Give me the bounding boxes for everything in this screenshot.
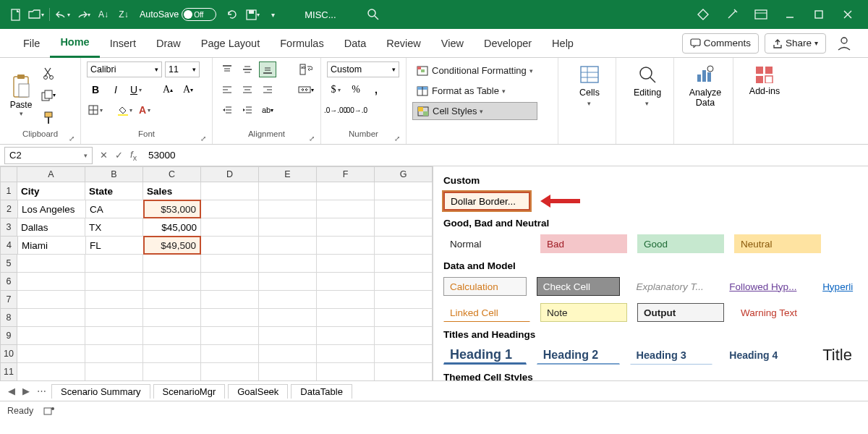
tab-home[interactable]: Home (50, 29, 99, 58)
cell[interactable] (17, 255, 85, 273)
tab-formulas[interactable]: Formulas (270, 29, 333, 58)
style-calculation[interactable]: Calculation (443, 277, 527, 296)
row-header[interactable]: 2 (0, 200, 18, 218)
style-normal[interactable]: Normal (443, 234, 530, 253)
cell[interactable] (259, 273, 317, 291)
tab-view[interactable]: View (431, 29, 474, 58)
qat-more-icon[interactable]: ▾ (265, 7, 281, 22)
cell[interactable] (17, 345, 85, 363)
cell[interactable] (317, 255, 375, 273)
redo-icon[interactable]: ▾ (75, 7, 91, 22)
cell[interactable] (201, 273, 259, 291)
style-dollar-border[interactable]: Dollar Border... (443, 192, 530, 210)
cell[interactable] (317, 345, 375, 363)
align-right-icon[interactable] (259, 82, 276, 98)
tab-file[interactable]: File (13, 29, 50, 58)
cell[interactable] (143, 345, 201, 363)
formula-input[interactable] (144, 150, 868, 161)
cell[interactable] (201, 345, 259, 363)
cell[interactable] (317, 237, 375, 255)
cell[interactable]: Miami (18, 237, 86, 255)
cell[interactable] (17, 291, 85, 309)
col-header[interactable]: C (143, 166, 201, 182)
sort-asc-icon[interactable]: A↓ (95, 7, 111, 22)
style-followed-hyperlink[interactable]: Followed Hyp... (723, 277, 806, 296)
cell[interactable] (375, 363, 433, 380)
style-linked-cell[interactable]: Linked Cell (443, 303, 530, 322)
cell[interactable] (85, 255, 143, 273)
cell[interactable]: $53,000 (143, 200, 201, 218)
style-note[interactable]: Note (540, 303, 627, 322)
cell[interactable] (375, 237, 433, 255)
cell[interactable] (201, 218, 259, 237)
align-bottom-icon[interactable] (259, 61, 276, 77)
cell[interactable] (85, 273, 143, 291)
cell[interactable] (143, 327, 201, 345)
col-header[interactable]: B (85, 166, 143, 182)
style-warning-text[interactable]: Warning Text (734, 303, 821, 322)
cell[interactable] (375, 291, 433, 309)
cell[interactable] (143, 309, 201, 327)
cell[interactable] (259, 237, 317, 255)
italic-button[interactable]: I (107, 82, 124, 98)
cell-styles-button[interactable]: Cell Styles▾ (412, 102, 537, 120)
decrease-decimal-icon[interactable]: .00→.0 (347, 102, 365, 118)
cell[interactable] (375, 218, 433, 237)
cell[interactable] (201, 363, 259, 380)
font-launcher[interactable]: ⤢ (200, 135, 206, 142)
cell[interactable] (259, 182, 317, 200)
search-icon[interactable] (365, 7, 381, 22)
editing-button[interactable]: Editing▾ (622, 61, 673, 109)
cell[interactable] (259, 327, 317, 345)
spreadsheet-grid[interactable]: A B C D E F G 1CityStateSales2Los Angele… (0, 166, 433, 380)
add-ins-button[interactable]: Add-ins (739, 61, 790, 96)
sheet-tab[interactable]: DataTable (291, 384, 352, 399)
tab-developer[interactable]: Developer (474, 29, 542, 58)
sheet-nav-prev[interactable]: ◀ (6, 386, 17, 396)
cell[interactable] (143, 273, 201, 291)
cell[interactable] (375, 345, 433, 363)
cell[interactable] (201, 182, 259, 200)
cell[interactable]: FL (86, 237, 144, 255)
row-header[interactable]: 3 (0, 218, 17, 237)
col-header[interactable]: E (259, 166, 317, 182)
cell[interactable]: State (85, 182, 143, 200)
format-painter-icon[interactable] (41, 110, 56, 126)
close-icon[interactable] (835, 7, 860, 22)
cell[interactable]: Los Angeles (18, 200, 86, 218)
new-file-icon[interactable] (8, 7, 24, 22)
cell[interactable] (17, 363, 85, 380)
cell[interactable] (17, 327, 85, 345)
cell[interactable] (375, 309, 433, 327)
enter-formula-icon[interactable]: ✓ (115, 150, 123, 161)
bold-button[interactable]: B (87, 82, 104, 98)
cell[interactable] (317, 327, 375, 345)
increase-font-icon[interactable]: A▴ (159, 82, 176, 98)
row-header[interactable]: 10 (0, 345, 17, 363)
cell[interactable] (85, 309, 143, 327)
increase-decimal-icon[interactable]: .0→.00 (327, 102, 344, 118)
cell[interactable]: TX (85, 218, 143, 237)
cell[interactable]: Sales (143, 182, 201, 200)
tab-insert[interactable]: Insert (100, 29, 146, 58)
tab-review[interactable]: Review (376, 29, 431, 58)
share-button[interactable]: Share▾ (765, 33, 826, 54)
cell[interactable] (259, 291, 317, 309)
wrap-text-icon[interactable]: ab (297, 61, 315, 77)
col-header[interactable]: D (201, 166, 259, 182)
tab-data[interactable]: Data (334, 29, 377, 58)
style-hyperlink[interactable]: Hyperli (816, 277, 858, 296)
autosave-toggle[interactable]: AutoSave Off (140, 8, 216, 21)
cell[interactable] (317, 218, 375, 237)
comma-format-icon[interactable]: , (367, 82, 385, 98)
cell[interactable] (85, 327, 143, 345)
cell[interactable] (201, 237, 259, 255)
select-all-corner[interactable] (0, 166, 17, 182)
cell[interactable] (201, 255, 259, 273)
align-center-icon[interactable] (239, 82, 256, 98)
cell[interactable] (375, 255, 433, 273)
cell[interactable] (143, 291, 201, 309)
align-top-icon[interactable] (218, 61, 236, 77)
minimize-icon[interactable] (778, 7, 802, 22)
clipboard-launcher[interactable]: ⤢ (69, 135, 75, 142)
